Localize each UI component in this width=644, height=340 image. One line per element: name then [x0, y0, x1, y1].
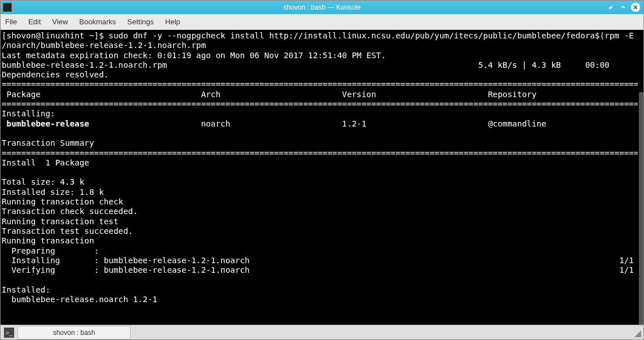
output-line: Transaction Summary	[2, 138, 94, 147]
scrollbar[interactable]	[638, 30, 643, 325]
output-line: Installed size: 1.8 k	[2, 188, 104, 197]
output-line: Running transaction check	[2, 197, 123, 206]
close-button[interactable]	[631, 3, 640, 12]
output-line: Running transaction	[2, 236, 94, 245]
package-name: bumblebee-release	[2, 119, 89, 128]
terminal-icon[interactable]: >_	[4, 328, 14, 338]
menu-settings[interactable]: Settings	[127, 18, 154, 26]
separator: ========================================…	[2, 80, 643, 89]
window-controls	[606, 3, 643, 12]
output-line: Total size: 4.3 k	[2, 177, 84, 186]
menubar: File Edit View Bookmarks Settings Help	[1, 14, 643, 30]
output-line: Installing:	[2, 109, 55, 118]
table-header: Package Arch Version Repository Size	[2, 90, 643, 99]
output-line: Installing : bumblebee-release-1.2-1.noa…	[2, 256, 639, 265]
menu-file[interactable]: File	[5, 18, 17, 26]
menu-bookmarks[interactable]: Bookmarks	[79, 18, 116, 26]
app-icon	[3, 3, 12, 12]
menu-help[interactable]: Help	[165, 18, 180, 26]
titlebar[interactable]: shovon : bash — Konsole	[1, 1, 643, 14]
output-line: Running transaction test	[2, 217, 119, 226]
output-line: bumblebee-release.noarch 1.2-1	[2, 295, 643, 304]
package-row: noarch 1.2-1 @commandline 4.3 k	[89, 119, 643, 128]
konsole-window: shovon : bash — Konsole File Edit View B…	[0, 0, 644, 340]
separator: ========================================…	[2, 99, 643, 108]
taskbar: >_ shovon : bash	[1, 325, 643, 339]
menu-edit[interactable]: Edit	[28, 18, 41, 26]
taskbar-tab[interactable]: shovon : bash	[18, 326, 130, 339]
output-line: bumblebee-release-1.2-1.noarch.rpm 5.4 k…	[2, 60, 629, 69]
output-line: Last metadata expiration check: 0:01:19 …	[2, 51, 386, 60]
maximize-button[interactable]	[619, 3, 628, 12]
output-line: Transaction test succeeded.	[2, 226, 133, 236]
separator: ========================================…	[2, 149, 643, 158]
scroll-thumb[interactable]	[639, 92, 643, 325]
resize-grip-icon[interactable]	[632, 328, 642, 338]
terminal-viewport[interactable]: [shovon@linuxhint ~]$ sudo dnf -y --nogp…	[1, 30, 643, 325]
output-line: Dependencies resolved.	[2, 70, 108, 79]
output-line: Installed:	[2, 285, 50, 294]
output-line: Transaction check succeeded.	[2, 207, 138, 216]
minimize-button[interactable]	[606, 3, 615, 12]
output-line: Preparing : 1/1	[2, 246, 643, 255]
menu-view[interactable]: View	[52, 18, 68, 26]
command-text: [shovon@linuxhint ~]$ sudo dnf -y --nogp…	[2, 31, 643, 50]
window-title: shovon : bash — Konsole	[1, 3, 643, 11]
taskbar-tab-label: shovon : bash	[53, 329, 95, 337]
output-line: Install 1 Package	[2, 158, 89, 167]
output-line: Verifying : bumblebee-release-1.2-1.noar…	[2, 265, 639, 274]
